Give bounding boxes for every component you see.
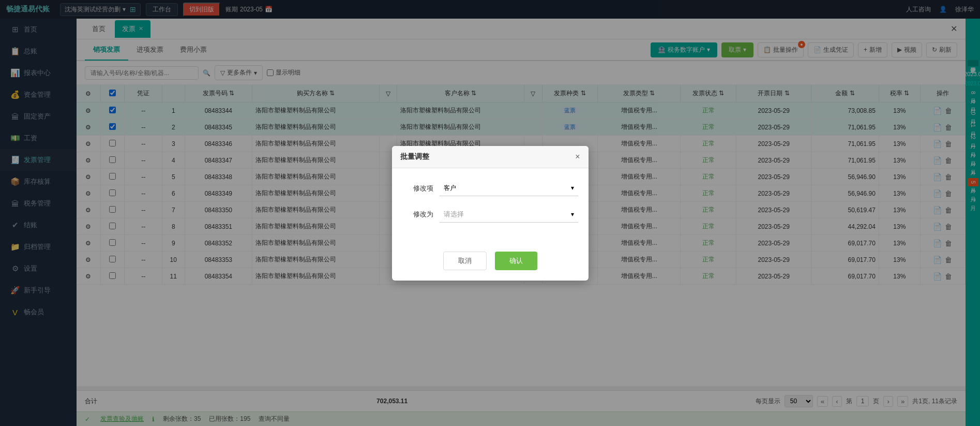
modal-header: 批量调整 × <box>392 146 589 168</box>
field-label: 修改项 <box>402 184 433 193</box>
modal-cancel-button[interactable]: 取消 <box>443 252 487 270</box>
value-label: 修改为 <box>402 210 433 219</box>
field-arrow: ▾ <box>571 184 574 192</box>
value-placeholder: 请选择 <box>444 210 464 219</box>
value-arrow: ▾ <box>571 211 574 218</box>
field-select[interactable]: 客户 ▾ <box>440 181 578 196</box>
modal-title: 批量调整 <box>400 152 429 161</box>
form-row-value: 修改为 请选择 ▾ <box>402 207 578 223</box>
modal-footer: 取消 确认 <box>392 245 589 281</box>
form-row-field: 修改项 客户 ▾ <box>402 181 578 196</box>
batch-adjust-modal: 批量调整 × 修改项 客户 ▾ 修改为 请选择 ▾ 取消 确认 <box>392 146 589 281</box>
modal-body: 修改项 客户 ▾ 修改为 请选择 ▾ <box>392 168 589 245</box>
value-select[interactable]: 请选择 ▾ <box>440 207 578 223</box>
modal-confirm-button[interactable]: 确认 <box>495 252 537 270</box>
modal-close-button[interactable]: × <box>575 152 580 161</box>
modal-overlay[interactable]: 批量调整 × 修改项 客户 ▾ 修改为 请选择 ▾ 取消 确认 <box>0 0 980 426</box>
field-value: 客户 <box>444 184 456 193</box>
